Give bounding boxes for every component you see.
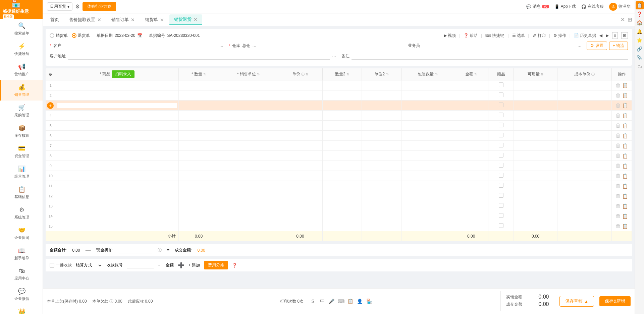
del-btn-1[interactable]: 🗑 [615,82,621,88]
row-qty2-5[interactable] [322,121,362,131]
radio-sales[interactable]: 销货单 [50,33,68,39]
row-avail-3[interactable] [514,101,557,111]
row-unit-3[interactable] [219,101,278,111]
user-profile[interactable]: 徐 徐泽华 [609,3,631,11]
copy-btn-6[interactable]: 📋 [622,133,628,138]
row-avail-13[interactable] [514,201,557,211]
row-amount-2[interactable] [454,90,488,101]
sort-amount-icon[interactable]: ⇅ [474,72,477,76]
row-qty-3[interactable] [178,101,219,111]
copy-btn-1[interactable]: 📋 [622,83,628,88]
copy-btn-4[interactable]: 📋 [622,113,628,118]
row-price-8[interactable] [278,151,322,161]
copy-btn-11[interactable]: 📋 [622,183,628,189]
gift-checkbox-1[interactable] [499,82,503,87]
row-qty2-10[interactable] [322,171,362,181]
del-btn-4[interactable]: 🗑 [615,113,621,118]
row-amount-14[interactable] [454,211,488,221]
row-avail-12[interactable] [514,191,557,201]
row-price-9[interactable] [278,161,322,171]
row-avail-8[interactable] [514,151,557,161]
row-packqty-14[interactable] [401,211,454,221]
row-product-5[interactable] [56,121,178,131]
settings-btn[interactable]: ⚙ 设置 [587,42,607,50]
row-product-15[interactable] [56,221,178,231]
sort-unit2-icon[interactable]: ⇅ [386,72,389,76]
row-gear-8[interactable]: 8 [46,151,56,161]
toolbar-icon-5[interactable]: 📋 [346,297,355,305]
sidebar-item-13[interactable]: 💬企业微信 [0,284,43,305]
row-cost-8[interactable] [557,151,611,161]
row-qty-4[interactable] [178,111,219,121]
gift-checkbox-5[interactable] [499,123,503,127]
row-avail-2[interactable] [514,90,557,101]
gift-checkbox-8[interactable] [499,153,503,158]
sidebar-item-3[interactable]: 💰销售管理 [0,80,43,101]
sidebar-item-8[interactable]: 📋基础信息 [0,182,43,203]
row-price-1[interactable] [278,80,322,90]
sort-qty2-icon[interactable]: ⇅ [346,72,349,76]
copy-btn-14[interactable]: 📋 [622,213,628,219]
row-unit2-8[interactable] [362,151,401,161]
right-icon-folder[interactable]: 🗂 [636,62,644,70]
sidebar-item-10[interactable]: 🤝企业协同 [0,223,43,244]
row-unit-13[interactable] [219,201,278,211]
row-unit2-2[interactable] [362,90,401,101]
row-packqty-2[interactable] [401,90,454,101]
grid-view-btn[interactable]: ⊞ [621,32,628,39]
save-new-btn[interactable]: 保存&新增 [599,296,631,306]
row-gear-2[interactable]: 2 [46,90,56,101]
row-price-14[interactable] [278,211,322,221]
sort-packqty-icon[interactable]: ⇅ [435,72,438,76]
add-row-icon[interactable]: ➕ [178,262,184,268]
product-input-${i}[interactable] [57,103,177,108]
row-cost-13[interactable] [557,201,611,211]
add-logistics-btn[interactable]: + 物流 [609,42,628,50]
row-cost-2[interactable] [557,90,611,101]
arrear-info-icon[interactable]: ⓘ [109,299,113,304]
row-avail-6[interactable] [514,131,557,141]
row-qty-7[interactable] [178,141,219,151]
row-gear-7[interactable]: 7 [46,141,56,151]
row-amount-8[interactable] [454,151,488,161]
row-unit-9[interactable] [219,161,278,171]
row-unit2-6[interactable] [362,131,401,141]
close-all-icon[interactable]: ✕ [621,16,625,23]
copy-btn-5[interactable]: 📋 [622,123,628,128]
row-packqty-10[interactable] [401,171,454,181]
row-avail-11[interactable] [514,181,557,191]
row-qty2-7[interactable] [322,141,362,151]
row-product-9[interactable] [56,161,178,171]
row-product-8[interactable] [56,151,178,161]
row-gear-6[interactable]: 6 [46,131,56,141]
row-avail-14[interactable] [514,211,557,221]
row-qty2-15[interactable] [322,221,362,231]
row-unit-10[interactable] [219,171,278,181]
row-cost-15[interactable] [557,221,611,231]
topbar-gear-icon[interactable]: ⚙ [75,3,80,10]
row-qty-14[interactable] [178,211,219,221]
select-link[interactable]: ☰ 选单 [512,33,525,39]
discount-input[interactable] [119,247,152,253]
row-gear-4[interactable]: 4 [46,111,56,121]
add-row-btn[interactable]: + [47,102,54,109]
help-link[interactable]: ❓ 帮助 [464,33,478,39]
row-price-12[interactable] [278,191,322,201]
row-unit-8[interactable] [219,151,278,161]
right-icon-attachment[interactable]: 📎 [636,54,644,62]
print-link[interactable]: 🖨 打印 [533,33,546,39]
row-gear-15[interactable]: 15 [46,221,56,231]
row-qty-10[interactable] [178,171,219,181]
row-packqty-7[interactable] [401,141,454,151]
row-qty2-9[interactable] [322,161,362,171]
toolbar-icon-6[interactable]: 👤 [356,297,364,305]
gift-checkbox-3[interactable] [499,103,503,107]
customer-dots-btn[interactable]: ··· [219,43,223,49]
row-unit2-15[interactable] [362,221,401,231]
row-cost-3[interactable] [557,101,611,111]
save-draft-btn[interactable]: 保存草稿 ▲ [559,296,594,307]
toolbar-icon-2[interactable]: 中 [318,297,326,305]
col-gear[interactable]: ⚙ [46,68,56,80]
row-packqty-6[interactable] [401,131,454,141]
video-link[interactable]: ▶ 视频 [444,33,456,39]
